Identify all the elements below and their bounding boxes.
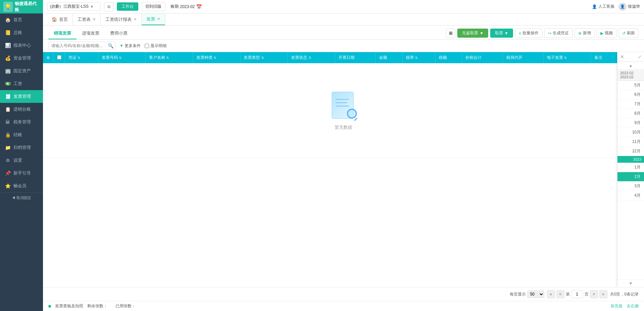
tab-payroll-stats-close[interactable]: ✕ [134, 17, 137, 22]
sidebar-item-sales-ledger[interactable]: 📋 进销台账 [0, 103, 43, 116]
video-btn[interactable]: ▶ 视频 [597, 28, 616, 38]
page-number-input[interactable] [571, 290, 583, 298]
date-month-2023-4[interactable]: 4月 [617, 191, 644, 200]
show-detail-label: 显示明细 [150, 43, 167, 49]
date-month-8[interactable]: 8月 [617, 109, 644, 118]
guide-icon: 📌 [5, 170, 11, 176]
tab-payroll-stats[interactable]: 工资统计报表 ✕ [101, 13, 142, 25]
company-selector[interactable]: (勿删）江西股宝-LSS ▼ [47, 2, 101, 11]
tab-home[interactable]: 🏠 首页 [47, 13, 73, 25]
search-wrap: 🔍 [48, 42, 116, 50]
switch-version-btn[interactable]: 切到旧版 [142, 2, 165, 11]
th-settings[interactable]: ⚙ [43, 52, 54, 63]
date-panel-close-btn[interactable]: ✕ [620, 54, 624, 60]
tab-payroll-close[interactable]: ✕ [93, 17, 96, 22]
date-month-12[interactable]: 12月 [617, 147, 644, 156]
date-scroll-down-btn[interactable]: ▼ [617, 279, 644, 287]
top-up-link[interactable]: 加充值 [610, 303, 623, 309]
sidebar-label-tax: 税务管理 [13, 119, 31, 125]
date-scroll-up-btn[interactable]: ▲ [617, 62, 644, 70]
search-input[interactable] [48, 42, 116, 50]
no-deduction-btn[interactable]: 无鉴取票 ▼ [457, 29, 488, 38]
bottom-bar: 发票查验及拍照 剩余张数： 已用张数： 加充值 去右侧 [43, 301, 644, 311]
sidebar-item-home[interactable]: 🏠 首页 [0, 13, 43, 26]
copy-company-btn[interactable]: ⧉ [104, 2, 113, 11]
user-info[interactable]: 👤 徐溢华 [618, 3, 640, 11]
doc-line-3 [335, 106, 349, 107]
tab-invoice-close[interactable]: ✕ [157, 17, 160, 21]
verify-label: 发票查验及拍照 [55, 303, 83, 309]
period-label: 账期 [171, 4, 179, 9]
prev-page-btn[interactable]: < [556, 290, 564, 298]
sidebar-item-fixed-assets[interactable]: 🏢 固定资产 [0, 65, 43, 77]
date-month-2023-2[interactable]: 2月 [617, 172, 644, 182]
last-page-btn[interactable]: » [599, 290, 607, 298]
date-month-11[interactable]: 11月 [617, 137, 644, 147]
select-all-checkbox[interactable] [57, 55, 61, 60]
table-wrap: ⚙ 凭证 ⇅ 发票号码 ⇅ 客户名称 ⇅ 发票种类 ⇅ 发票类型 ⇅ 发票状态 … [43, 52, 644, 287]
generate-voucher-icon: ↪ [548, 31, 551, 36]
subtab-sales-invoice[interactable]: 销项发票 [48, 28, 77, 39]
sidebar-collapse-btn[interactable]: ◀ 取消固定 [0, 192, 43, 203]
sidebar-item-membership[interactable]: ⭐ 畅会员 [0, 180, 43, 192]
total-info: 共0页，0条记录 [610, 291, 639, 297]
empty-state: 暂无数据 [43, 63, 644, 157]
collapse-label: ◀ 取消固定 [12, 195, 31, 200]
show-detail-input[interactable] [145, 44, 149, 48]
date-month-7[interactable]: 7月 [617, 100, 644, 109]
th-checkbox[interactable] [54, 52, 65, 63]
filter-icon: ▼ [120, 43, 124, 48]
sidebar-item-payroll[interactable]: 💵 工资 [0, 77, 43, 90]
view-switch-btn[interactable]: ⊞ [446, 29, 455, 38]
no-deduction-dropdown-icon: ▼ [479, 31, 484, 36]
sidebar-item-closing[interactable]: 🔒 结账 [0, 128, 43, 141]
status-dot [48, 305, 51, 308]
sidebar-item-reports[interactable]: 📊 报表中心 [0, 39, 43, 52]
sidebar-item-archive[interactable]: 📁 归档管理 [0, 141, 43, 154]
date-month-5[interactable]: 5月 [617, 81, 644, 90]
date-month-2023-1[interactable]: 1月 [617, 163, 644, 172]
sidebar-label-guide: 新手引导 [13, 170, 31, 176]
show-detail-checkbox[interactable]: 显示明细 [145, 43, 167, 49]
period-value: 2023-02 [180, 4, 195, 9]
more-conditions-btn[interactable]: ▼ 更多条件 [120, 43, 141, 49]
sidebar-item-tax[interactable]: 🏛 税务管理 [0, 116, 43, 128]
next-page-btn[interactable]: > [590, 290, 598, 298]
date-panel-expand-btn[interactable]: ⤢ [638, 54, 641, 59]
membership-icon: ⭐ [5, 183, 11, 189]
th-open-date: 开票日期 [335, 52, 376, 63]
tab-invoice[interactable]: 发票 ✕ [142, 13, 165, 25]
subtab-sales-invoice-label: 销项发票 [54, 31, 71, 36]
date-month-2023-3[interactable]: 3月 [617, 182, 644, 191]
search-icon[interactable]: 🔍 [108, 43, 113, 48]
date-month-6[interactable]: 6月 [617, 90, 644, 100]
new-btn[interactable]: ⊕ 新增 [574, 28, 595, 38]
deduction-btn[interactable]: 取票 ▼ [490, 29, 513, 38]
current-date-2: 2023.02 [620, 75, 641, 79]
no-deduction-label: 无鉴取票 [462, 30, 478, 36]
first-page-btn[interactable]: « [547, 290, 555, 298]
date-month-10[interactable]: 10月 [617, 128, 644, 137]
new-icon: ⊕ [578, 31, 582, 36]
sidebar-label-fixed-assets: 固定资产 [13, 68, 31, 74]
subtab-purchase-invoice[interactable]: 进项发票 [77, 28, 105, 39]
sidebar-item-funds[interactable]: 💰 资金管理 [0, 52, 43, 65]
current-date-display: 2023.02 2023.02 [617, 70, 644, 81]
sort-invoice-type-icon: ⇅ [214, 56, 216, 60]
go-right-link[interactable]: 去右侧 [627, 303, 639, 309]
page-size-dropdown[interactable]: 50 20 100 [527, 290, 544, 298]
refresh-btn[interactable]: ↺ 刷新 [618, 28, 639, 38]
sidebar-item-settings[interactable]: ⚙ 设置 [0, 154, 43, 167]
subtab-expense-receipt[interactable]: 费用小票 [105, 28, 133, 39]
bulk-ops-btn[interactable]: ≡ 批量操作 [515, 28, 542, 38]
sidebar-item-guide[interactable]: 📌 新手引导 [0, 167, 43, 180]
workbench-btn[interactable]: 工作台 [117, 2, 138, 11]
date-month-9[interactable]: 9月 [617, 118, 644, 128]
sidebar-item-ledger[interactable]: 📒 总账 [0, 26, 43, 39]
generate-voucher-btn[interactable]: ↪ 生成凭证 [544, 28, 572, 38]
tabbar: 🏠 首页 工资表 ✕ 工资统计报表 ✕ 发票 ✕ [43, 13, 644, 26]
sidebar-item-invoice[interactable]: 🧾 发票管理 [0, 90, 43, 103]
tab-payroll[interactable]: 工资表 ✕ [73, 13, 101, 25]
service-btn[interactable]: 👤 人工客服 [592, 4, 614, 9]
topbar-right: 👤 人工客服 👤 徐溢华 [592, 3, 640, 11]
